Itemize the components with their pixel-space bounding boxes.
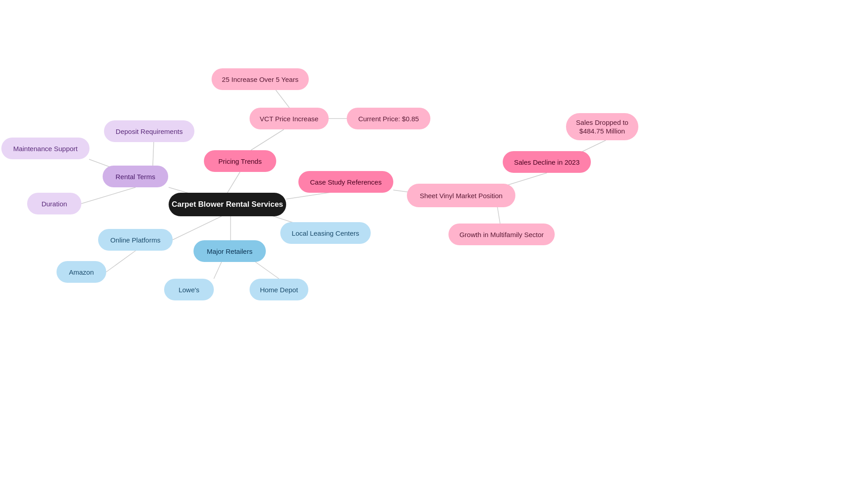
growth-multifamily-node[interactable]: Growth in Multifamily Sector	[448, 224, 555, 245]
sales-dropped-node[interactable]: Sales Dropped to $484.75 Million	[566, 113, 638, 140]
pricing-trends-node[interactable]: Pricing Trends	[204, 150, 276, 172]
rental-terms-node[interactable]: Rental Terms	[103, 166, 168, 187]
lowes-node[interactable]: Lowe's	[164, 279, 214, 300]
rental-terms-label: Rental Terms	[115, 173, 155, 181]
major-retailers-label: Major Retailers	[207, 247, 253, 255]
local-leasing-node[interactable]: Local Leasing Centers	[280, 222, 371, 244]
svg-line-13	[173, 216, 222, 240]
sales-decline-node[interactable]: Sales Decline in 2023	[503, 151, 591, 173]
local-leasing-label: Local Leasing Centers	[292, 229, 359, 237]
svg-line-7	[81, 187, 136, 204]
center-node[interactable]: Carpet Blower Rental Services	[169, 193, 286, 216]
sales-dropped-label: Sales Dropped to $484.75 Million	[576, 118, 628, 136]
duration-node[interactable]: Duration	[27, 193, 81, 214]
vct-price-node[interactable]: VCT Price Increase	[250, 108, 329, 129]
svg-line-0	[227, 172, 240, 193]
svg-line-1	[251, 129, 284, 150]
sheet-vinyl-label: Sheet Vinyl Market Position	[420, 192, 502, 200]
svg-line-17	[255, 262, 279, 279]
current-price-label: Current Price: $0.85	[358, 115, 419, 123]
increase-years-node[interactable]: 25 Increase Over 5 Years	[212, 68, 309, 90]
increase-years-label: 25 Increase Over 5 Years	[222, 76, 298, 83]
amazon-label: Amazon	[69, 268, 94, 276]
sheet-vinyl-node[interactable]: Sheet Vinyl Market Position	[407, 184, 515, 207]
maintenance-label: Maintenance Support	[13, 145, 78, 152]
growth-multifamily-label: Growth in Multifamily Sector	[459, 231, 544, 238]
svg-line-2	[276, 90, 289, 108]
case-study-label: Case Study References	[310, 178, 382, 186]
major-retailers-node[interactable]: Major Retailers	[193, 240, 266, 262]
home-depot-node[interactable]: Home Depot	[250, 279, 308, 300]
vct-price-label: VCT Price Increase	[260, 115, 319, 123]
online-platforms-node[interactable]: Online Platforms	[98, 229, 173, 251]
home-depot-label: Home Depot	[260, 286, 298, 294]
svg-line-16	[214, 262, 222, 279]
svg-line-5	[153, 142, 154, 166]
svg-line-14	[106, 251, 136, 272]
case-study-node[interactable]: Case Study References	[298, 171, 393, 193]
pricing-trends-label: Pricing Trends	[218, 157, 262, 165]
lowes-label: Lowe's	[179, 286, 199, 294]
current-price-node[interactable]: Current Price: $0.85	[347, 108, 430, 129]
amazon-node[interactable]: Amazon	[57, 261, 106, 283]
online-platforms-label: Online Platforms	[110, 236, 160, 244]
deposit-req-label: Deposit Requirements	[116, 128, 183, 135]
sales-decline-label: Sales Decline in 2023	[514, 158, 580, 166]
maintenance-node[interactable]: Maintenance Support	[1, 138, 90, 159]
center-label: Carpet Blower Rental Services	[172, 200, 283, 209]
duration-label: Duration	[42, 200, 67, 208]
deposit-req-node[interactable]: Deposit Requirements	[104, 120, 194, 142]
